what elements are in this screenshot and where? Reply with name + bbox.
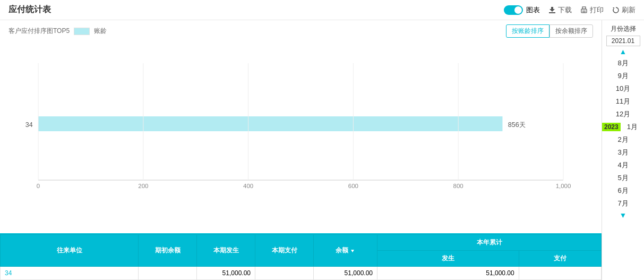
month-8[interactable]: 8月 <box>602 57 644 70</box>
cell-year-occur: 51,000.00 <box>377 267 519 280</box>
cell-occur: 51,000.00 <box>197 267 255 280</box>
year-input[interactable] <box>606 36 640 46</box>
download-icon <box>548 6 556 14</box>
svg-rect-7 <box>38 116 502 131</box>
chart-area: 34 856天 0 200 400 600 800 1,000 <box>0 42 602 233</box>
month-9[interactable]: 9月 <box>602 70 644 82</box>
svg-text:600: 600 <box>348 183 358 189</box>
print-button[interactable]: 打印 <box>580 5 604 15</box>
month-3[interactable]: 3月 <box>602 146 644 159</box>
month-sidebar: 月份选择 ▲ 8月 9月 10月 11月 12月 2023 1月 2月 3月 4… <box>602 20 644 280</box>
col-occur-header: 本期发生 <box>197 235 255 267</box>
col-balance-header: 余额 <box>314 235 377 267</box>
cell-pay <box>255 267 314 280</box>
sidebar-title: 月份选择 <box>611 22 636 36</box>
chart-toggle-group[interactable]: 图表 <box>504 5 540 15</box>
month-4[interactable]: 4月 <box>602 159 644 172</box>
data-table: 往来单位 期初余额 本期发生 本期支付 余额 本年累计 发生 <box>0 234 602 280</box>
svg-rect-0 <box>549 12 555 13</box>
sort-by-amount-button[interactable]: 按余额排序 <box>549 24 593 38</box>
col-unit-header: 往来单位 <box>1 235 139 267</box>
month-1[interactable]: 1月 <box>621 121 644 133</box>
table-row: 34 51,000.00 51,000.00 51,000.00 <box>1 267 602 280</box>
chart-legend: 客户应付排序图TOP5 账龄 <box>8 27 107 36</box>
cell-opening <box>139 267 197 280</box>
cell-balance: 51,000.00 <box>314 267 377 280</box>
unit-link[interactable]: 34 <box>5 269 12 277</box>
download-button[interactable]: 下载 <box>548 5 572 15</box>
svg-text:200: 200 <box>138 183 148 189</box>
svg-rect-3 <box>582 11 586 11</box>
chart-section: 客户应付排序图TOP5 账龄 按账龄排序 按余额排序 34 856天 <box>0 20 602 280</box>
svg-rect-2 <box>582 7 586 9</box>
print-icon <box>580 6 588 14</box>
month-2[interactable]: 2月 <box>602 133 644 146</box>
legend-title: 客户应付排序图TOP5 <box>8 27 70 36</box>
svg-text:400: 400 <box>243 183 253 189</box>
main-content: 客户应付排序图TOP5 账龄 按账龄排序 按余额排序 34 856天 <box>0 20 644 280</box>
col-pay-header: 本期支付 <box>255 235 314 267</box>
refresh-button[interactable]: 刷新 <box>612 5 636 15</box>
month-6[interactable]: 6月 <box>602 184 644 197</box>
col-year-header: 本年累计 <box>377 235 602 251</box>
table-section: 往来单位 期初余额 本期发生 本期支付 余额 本年累计 发生 <box>0 233 602 280</box>
svg-text:800: 800 <box>453 183 463 189</box>
legend-color-box <box>74 28 90 35</box>
chart-header: 客户应付排序图TOP5 账龄 按账龄排序 按余额排序 <box>0 20 602 42</box>
col-year-pay-header: 支付 <box>519 251 601 267</box>
cell-unit: 34 <box>1 267 139 280</box>
scroll-up-button[interactable]: ▲ <box>617 46 630 57</box>
refresh-icon <box>612 6 620 14</box>
year-badge: 2023 <box>602 123 621 131</box>
month-10[interactable]: 10月 <box>602 82 644 95</box>
scroll-down-button[interactable]: ▼ <box>617 210 630 220</box>
chart-toggle[interactable] <box>504 5 523 15</box>
svg-text:0: 0 <box>37 183 40 189</box>
month-7[interactable]: 7月 <box>602 197 644 210</box>
page-header: 应付统计表 图表 下载 打印 刷新 <box>0 0 644 20</box>
sort-icon <box>350 248 355 253</box>
legend-label: 账龄 <box>94 27 107 36</box>
month-5[interactable]: 5月 <box>602 172 644 184</box>
col-year-occur-header: 发生 <box>377 251 519 267</box>
month-11[interactable]: 11月 <box>602 95 644 108</box>
page-title: 应付统计表 <box>8 4 51 15</box>
sort-buttons: 按账龄排序 按余额排序 <box>506 24 593 38</box>
month-12[interactable]: 12月 <box>602 108 644 121</box>
chart-label: 图表 <box>526 5 540 15</box>
header-actions: 图表 下载 打印 刷新 <box>504 5 636 15</box>
sort-by-balance-button[interactable]: 按账龄排序 <box>506 24 549 38</box>
cell-year-pay <box>519 267 601 280</box>
svg-rect-4 <box>582 12 586 12</box>
bar-chart: 34 856天 0 200 400 600 800 1,000 <box>11 42 591 196</box>
svg-marker-22 <box>351 250 354 252</box>
svg-text:856天: 856天 <box>508 121 526 129</box>
year-divider: 2023 1月 <box>602 121 644 133</box>
svg-text:34: 34 <box>25 121 33 129</box>
col-opening-header: 期初余额 <box>139 235 197 267</box>
svg-text:1,000: 1,000 <box>556 183 571 189</box>
